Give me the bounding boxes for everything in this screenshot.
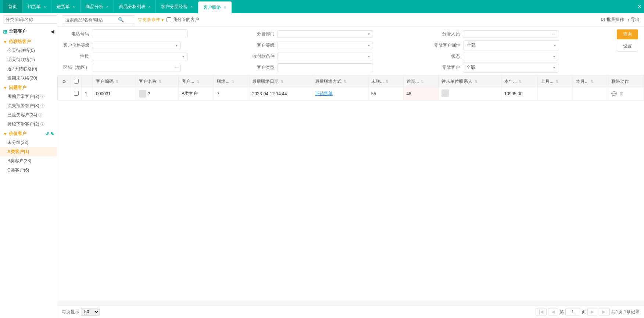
sidebar-item-class-b[interactable]: B类客户(33): [0, 156, 57, 166]
col-customer-type[interactable]: 客户... ⇅: [179, 76, 214, 87]
col-company-contact[interactable]: 往来单位联系人 ⇅: [439, 76, 501, 87]
tab-goods-analysis[interactable]: 商品分析 ×: [80, 0, 114, 13]
region-label: 区域（地区）: [63, 64, 90, 71]
tab-customer-contact[interactable]: 客户联络 ×: [198, 1, 232, 13]
row-customer-name[interactable]: ?: [136, 87, 179, 100]
col-gear[interactable]: ⚙: [58, 76, 71, 87]
tab-goods-analysis-close[interactable]: ×: [106, 5, 108, 9]
export-icon: ↑: [627, 17, 629, 22]
customer-type-input[interactable]: [278, 63, 373, 72]
scattered-value: 全部: [466, 64, 475, 71]
tab-customer-contact-close[interactable]: ×: [224, 6, 226, 10]
sidebar-item-today[interactable]: 今天待联络(0): [0, 46, 57, 55]
edit-icon[interactable]: ✎: [50, 131, 54, 137]
row-uncontacted: 55: [368, 87, 403, 100]
sidebar-search-input[interactable]: [3, 15, 57, 24]
main-search-icon[interactable]: 🔍: [118, 17, 124, 22]
sidebar-item-7days[interactable]: 近7天待联络(0): [0, 64, 57, 74]
all-customers-header[interactable]: ⊞ 全部客户 ◀: [0, 26, 57, 37]
price-level-select[interactable]: ▾: [93, 42, 181, 49]
tab-sales-close[interactable]: ×: [44, 5, 46, 9]
phone-input[interactable]: [92, 29, 187, 38]
tab-purchase-close[interactable]: ×: [73, 5, 75, 9]
my-customers-check[interactable]: [167, 17, 171, 22]
col-uncontacted[interactable]: 未联... ⇅: [368, 76, 403, 87]
col-this-month[interactable]: 本月... ⇅: [573, 76, 608, 87]
my-customers-checkbox[interactable]: 我分管的客户: [167, 17, 199, 23]
sidebar-item-class-c[interactable]: C类客户(6): [0, 166, 57, 175]
section-arrow-icon: ▼: [3, 39, 7, 45]
tab-customer-layer-close[interactable]: ×: [190, 5, 193, 9]
tab-goods-list-close[interactable]: ×: [149, 5, 151, 9]
col-overdue[interactable]: 逾期... ⇅: [403, 76, 439, 87]
sidebar-item-unclassified[interactable]: 未分组(32): [0, 138, 57, 147]
row-select-checkbox[interactable]: [74, 91, 79, 96]
col-contact-count[interactable]: 联络... ⇅: [214, 76, 249, 87]
scattered-select[interactable]: 全部 ▾: [463, 63, 558, 73]
section-problem-customers[interactable]: ▼ 问题客户: [0, 83, 57, 92]
info-icon-churned: ⓘ: [38, 112, 42, 118]
col-checkbox-all[interactable]: [71, 76, 82, 87]
tab-sales[interactable]: 销货单 ×: [22, 0, 51, 13]
sidebar-item-overdue[interactable]: 逾期未联络(30): [0, 74, 57, 83]
tab-purchase[interactable]: 进货单 ×: [51, 0, 80, 13]
main-search-input[interactable]: [65, 17, 117, 22]
first-page-button[interactable]: |◀: [536, 308, 547, 315]
sidebar-item-churn-warn[interactable]: 流失预警客户(3) ⓘ: [0, 101, 57, 110]
batch-op-label: 批量操作: [607, 17, 624, 23]
page-number-input[interactable]: [565, 308, 580, 315]
more-conditions-label: 更多条件: [143, 17, 160, 23]
status-select[interactable]: ▾: [463, 53, 558, 60]
export-button[interactable]: ↑ 导出: [627, 17, 640, 23]
tab-customer-layer[interactable]: 客户分层经营 ×: [156, 0, 198, 13]
person-select[interactable]: ···: [463, 30, 558, 38]
dept-select[interactable]: ▾: [278, 30, 373, 38]
sidebar-collapse-icon[interactable]: ◀: [51, 29, 54, 34]
next-page-button[interactable]: ▶: [587, 308, 597, 315]
tab-goods-list[interactable]: 商品分析列表 ×: [114, 0, 156, 13]
sidebar-item-tomorrow[interactable]: 明天待联络(1): [0, 55, 57, 64]
sidebar-item-declining[interactable]: 持续下滑客户(2) ⓘ: [0, 120, 57, 129]
filter-price-level: 客户价格等级 ▾: [63, 42, 243, 49]
col-last-contact-method[interactable]: 最后联络方式 ⇅: [312, 76, 368, 87]
filter-customer-type: 客户类型: [249, 63, 429, 72]
select-all-checkbox[interactable]: [74, 79, 79, 84]
message-icon[interactable]: 💬: [611, 91, 617, 96]
query-button[interactable]: 查询: [617, 29, 638, 39]
per-page-select-input[interactable]: 50 20 100: [81, 308, 100, 316]
sidebar-item-abnormal[interactable]: 囤购异常客户(2) ⓘ: [0, 92, 57, 101]
horizontal-scrollbar[interactable]: [57, 301, 644, 305]
prev-page-button[interactable]: ◀: [548, 308, 558, 315]
more-conditions-button[interactable]: ▽ 更多条件 ▾: [138, 17, 164, 23]
row-company-contact: [439, 87, 501, 100]
sidebar-item-class-a[interactable]: A类客户(1): [0, 147, 57, 156]
scattered-label: 零散客户: [434, 64, 460, 71]
col-last-contact-date[interactable]: 最后联络日期 ⇅: [249, 76, 312, 87]
scattered-attr-select[interactable]: 全部 ▾: [464, 40, 559, 50]
col-this-year[interactable]: 本年... ⇅: [501, 76, 538, 87]
tab-home[interactable]: 首页: [3, 0, 22, 13]
row-checkbox[interactable]: [71, 87, 82, 100]
nature-select[interactable]: ▾: [92, 53, 187, 60]
close-all-button[interactable]: ×: [638, 3, 641, 10]
qrcode-icon[interactable]: ⊞: [620, 91, 623, 96]
col-customer-name[interactable]: 客户名称 ⇅: [136, 76, 179, 87]
batch-operation-button[interactable]: ☑ 批量操作: [601, 17, 624, 23]
sort-icon-company: ⇅: [475, 80, 477, 84]
col-customer-code[interactable]: 客户编码 ⇅: [93, 76, 136, 87]
row-gear[interactable]: [58, 87, 71, 100]
sidebar-item-churned[interactable]: 已流失客户(24) ⓘ: [0, 110, 57, 120]
section-value-customers[interactable]: ▼ 价值客户 ↺ ✎: [0, 129, 57, 138]
section-problem-label: 问题客户: [9, 85, 26, 91]
settings-button[interactable]: 设置: [617, 41, 638, 52]
section-pending-contact[interactable]: ▼ 待联络客户: [0, 37, 57, 46]
all-customers-label: 全部客户: [9, 28, 26, 35]
region-select[interactable]: ···: [93, 64, 181, 71]
row-last-contact-method[interactable]: 下销货单: [312, 87, 368, 100]
col-last-month[interactable]: 上月... ⇅: [538, 76, 573, 87]
last-page-button[interactable]: ▶|: [599, 308, 610, 315]
payment-select[interactable]: ▾: [278, 53, 373, 60]
my-customers-label: 我分管的客户: [173, 17, 199, 23]
customer-level-select[interactable]: ▾: [278, 42, 373, 49]
refresh-icon[interactable]: ↺: [45, 131, 49, 137]
